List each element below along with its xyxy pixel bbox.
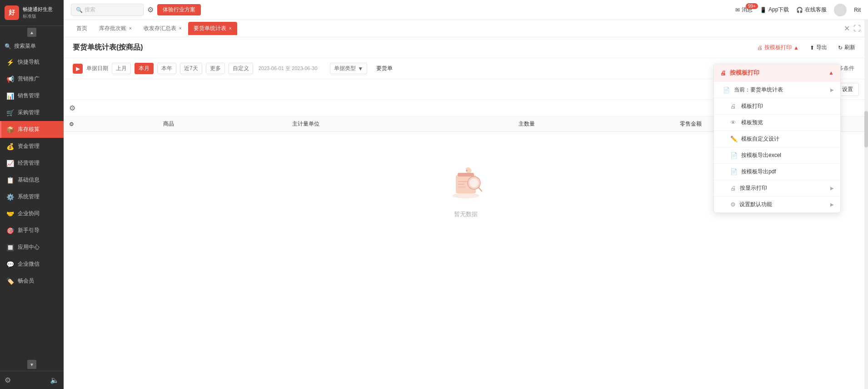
date-btn-this-year[interactable]: 本年 xyxy=(157,63,176,74)
dropdown-template-print[interactable]: 🖨 模板打印 xyxy=(714,98,840,114)
tab-batch-account-label: 库存批次账 xyxy=(99,25,126,32)
sidebar-item-label: 应用中心 xyxy=(18,243,40,251)
print-dropdown-arrow: ▲ xyxy=(793,45,799,51)
dropdown-set-default-left: ⚙ 设置默认功能 xyxy=(730,201,772,208)
app-download-button[interactable]: 📱 App下载 xyxy=(760,6,789,14)
sidebar-item-marketing[interactable]: 📢 营销推广 xyxy=(0,71,64,87)
tabs-close-all-icon[interactable]: ✕ xyxy=(844,24,850,33)
sidebar-item-label: 系统管理 xyxy=(18,193,40,201)
tabs-expand-icon[interactable]: ⛶ xyxy=(853,25,861,33)
dropdown-template-export-excel[interactable]: 📄 按模板导出excel xyxy=(714,147,840,163)
sidebar-item-purchase[interactable]: 🛒 采购管理 xyxy=(0,104,64,121)
tab-batch-account[interactable]: 库存批次账 × xyxy=(94,22,137,35)
tab-requisition-stats-label: 要货单统计表 xyxy=(194,25,226,32)
topbar-search-icon: 🔍 xyxy=(76,7,83,13)
dropdown-print-icon: 🖨 xyxy=(720,70,726,76)
export-button[interactable]: ⬆ 导出 xyxy=(806,42,831,53)
speaker-footer-icon[interactable]: 🔈 xyxy=(50,376,59,384)
sidebar-item-sales[interactable]: 📊 销售管理 xyxy=(0,87,64,104)
filter-collapse-arrow[interactable]: ▶ xyxy=(73,64,83,74)
tab-receipt-summary-close[interactable]: × xyxy=(179,26,182,31)
topbar-search-box[interactable]: 🔍 搜索 xyxy=(71,4,144,16)
dropdown-display-print[interactable]: 🖨 按显示打印 ▶ xyxy=(714,180,840,196)
newbie-icon: 🎯 xyxy=(6,227,14,234)
date-range-label: 2023-06-01 至 2023-06-30 xyxy=(259,65,318,72)
basic-icon: 📋 xyxy=(6,177,14,184)
settings-footer-icon[interactable]: ⚙ xyxy=(5,376,11,384)
empty-illustration xyxy=(443,159,489,205)
col-settings[interactable]: ⚙ xyxy=(64,116,158,132)
date-btn-last-month[interactable]: 上月 xyxy=(112,63,131,74)
dropdown-template-custom[interactable]: ✏️ 模板自定义设计 xyxy=(714,131,840,147)
template-export-pdf-icon: 📄 xyxy=(730,168,738,175)
tab-requisition-stats-close[interactable]: × xyxy=(229,26,232,31)
sidebar-item-inventory[interactable]: 📦 库存核算 xyxy=(0,121,64,138)
refresh-label: 刷新 xyxy=(844,44,855,51)
refresh-icon: ↻ xyxy=(838,45,843,51)
sidebar-scroll-up[interactable]: ▲ xyxy=(27,28,36,37)
wechat-icon: 💬 xyxy=(6,261,14,268)
tab-home-label: 首页 xyxy=(76,25,87,32)
finance-icon: 💰 xyxy=(6,143,14,150)
username-label[interactable]: Rit xyxy=(854,7,861,13)
tab-receipt-summary[interactable]: 收发存汇总表 × xyxy=(138,22,187,35)
col-product: 商品 xyxy=(158,116,287,132)
col-unit: 主计量单位 xyxy=(287,116,513,132)
print-icon: 🖨 xyxy=(757,45,763,51)
template-preview-label: 模板预览 xyxy=(741,119,763,126)
date-btn-custom[interactable]: 自定义 xyxy=(229,63,253,74)
date-btn-this-month[interactable]: 本月 xyxy=(135,63,154,74)
dropdown-template-export-pdf[interactable]: 📄 按模板导出pdf xyxy=(714,163,840,180)
topbar-gear-icon[interactable]: ⚙ xyxy=(147,5,154,14)
dropdown-current-label: 当前：要货单统计表 xyxy=(734,86,783,94)
refresh-button[interactable]: ↻ 刷新 xyxy=(834,42,859,53)
date-btn-more[interactable]: 更多 xyxy=(206,63,225,74)
print-button[interactable]: 🖨 按模板打印 ▲ xyxy=(753,42,803,53)
sidebar-item-label: 基础信息 xyxy=(18,176,40,184)
set-default-label: 设置默认功能 xyxy=(739,201,772,208)
online-service-button[interactable]: 🎧 在线客服 xyxy=(796,6,827,14)
col-quantity: 主数量 xyxy=(513,116,674,132)
sidebar-item-wechat[interactable]: 💬 企业微信 xyxy=(0,256,64,273)
sidebar-item-quick-nav[interactable]: ⚡ 快捷导航 xyxy=(0,54,64,71)
tab-receipt-summary-label: 收发存汇总表 xyxy=(144,25,176,32)
dropdown-collapse-arrow[interactable]: ▲ xyxy=(828,70,834,76)
scrollbar-thumb[interactable] xyxy=(864,111,868,147)
sidebar-item-basic[interactable]: 📋 基础信息 xyxy=(0,172,64,188)
sidebar-item-label: 采购管理 xyxy=(18,109,40,116)
table-settings-icon[interactable]: ⚙ xyxy=(69,104,75,112)
system-icon: ⚙️ xyxy=(6,193,14,201)
sidebar-item-finance[interactable]: 💰 资金管理 xyxy=(0,138,64,155)
date-btn-7days[interactable]: 近7天 xyxy=(180,63,202,74)
template-preview-icon: 👁 xyxy=(730,119,738,126)
sidebar-search[interactable]: 🔍 搜索菜单 xyxy=(0,39,64,54)
sidebar-scroll-down[interactable]: ▼ xyxy=(27,360,36,369)
sidebar-item-newbie[interactable]: 🎯 新手引导 xyxy=(0,222,64,239)
sidebar-item-operation[interactable]: 📈 经营管理 xyxy=(0,155,64,172)
dropdown-header[interactable]: 🖨 按模板打印 ▲ xyxy=(714,64,840,81)
sidebar-item-label: 畅会员 xyxy=(18,277,34,285)
tab-home[interactable]: 首页 xyxy=(71,22,93,35)
tab-batch-account-close[interactable]: × xyxy=(129,26,132,31)
dropdown-header-left: 🖨 按模板打印 xyxy=(720,69,759,77)
type-select[interactable]: 单据类型 ▼ xyxy=(330,63,367,74)
collab-icon: 🤝 xyxy=(6,210,14,217)
sidebar-item-member[interactable]: 🏷️ 畅会员 xyxy=(0,273,64,289)
service-icon: 🎧 xyxy=(796,7,803,13)
dropdown-template-preview[interactable]: 👁 模板预览 xyxy=(714,114,840,131)
tab-requisition-stats[interactable]: 要货单统计表 × xyxy=(188,22,237,35)
dropdown-display-print-left: 🖨 按显示打印 xyxy=(730,184,767,192)
sidebar-item-label: 经营管理 xyxy=(18,159,40,167)
user-avatar[interactable] xyxy=(834,4,847,16)
requisition-label: 要货单 xyxy=(376,65,393,72)
set-default-arrow: ▶ xyxy=(830,202,834,207)
message-button[interactable]: ✉ 消息 99+ xyxy=(735,6,753,14)
sidebar-item-collab[interactable]: 🤝 企业协同 xyxy=(0,205,64,222)
dropdown-set-default[interactable]: ⚙ 设置默认功能 ▶ xyxy=(714,196,840,212)
appstore-icon: 🔲 xyxy=(6,244,14,251)
sidebar-item-appstore[interactable]: 🔲 应用中心 xyxy=(0,239,64,256)
trial-button[interactable]: 体验行业方案 xyxy=(157,4,201,15)
quick-nav-icon: ⚡ xyxy=(6,59,14,66)
sidebar-item-system[interactable]: ⚙️ 系统管理 xyxy=(0,188,64,205)
dropdown-current-item[interactable]: 📄 当前：要货单统计表 ▶ xyxy=(714,81,840,98)
